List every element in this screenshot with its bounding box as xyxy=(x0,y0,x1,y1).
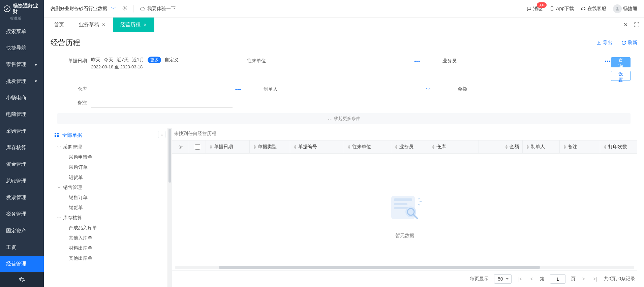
col-header-partner[interactable]: ▲▼往来单位 xyxy=(344,140,391,153)
date-more-pill[interactable]: 更多 xyxy=(148,57,161,63)
fullscreen-button[interactable]: ⛶ xyxy=(634,22,639,28)
warehouse-input[interactable] xyxy=(91,85,233,94)
topbar: 勿删好业财务砂石行业数据 ﹀ 我要体验一下 消息 99+ App下载 在线客服 … xyxy=(44,0,644,18)
tree-group-sales[interactable]: ﹀销售管理 xyxy=(51,183,167,193)
warehouse-picker-button[interactable]: ••• xyxy=(235,87,241,92)
col-header-maker[interactable]: ▲▼制单人 xyxy=(523,140,560,153)
org-settings-button[interactable] xyxy=(122,5,127,12)
sidebar-item-fixedasset[interactable]: 固定资产 xyxy=(0,222,44,239)
sidebar-settings-button[interactable] xyxy=(0,273,44,287)
tree-group-inventory[interactable]: ﹀库存核算 xyxy=(51,213,167,223)
tree-group-purchase[interactable]: ﹀采购管理 xyxy=(51,142,167,152)
column-settings-button[interactable] xyxy=(172,140,189,153)
date-opt-today[interactable]: 今天 xyxy=(104,57,113,63)
svg-rect-11 xyxy=(394,203,407,205)
sidebar-item-tax[interactable]: 税务管理 xyxy=(0,206,44,222)
col-header-print[interactable]: ▲▼打印次数 xyxy=(600,140,637,153)
export-button[interactable]: 导出 xyxy=(596,40,612,46)
partner-picker-button[interactable]: ••• xyxy=(414,59,420,64)
tab-journal[interactable]: 经营历程✕ xyxy=(113,18,154,32)
scrollbar-thumb[interactable] xyxy=(168,129,171,183)
select-all-checkbox[interactable] xyxy=(195,144,200,150)
left-panel-scrollbar[interactable] xyxy=(168,128,172,287)
messages-button[interactable]: 消息 99+ xyxy=(526,6,543,12)
col-header-code[interactable]: ▲▼单据编号 xyxy=(290,140,344,153)
clerk-picker-button[interactable]: ••• xyxy=(605,59,611,64)
headset-icon xyxy=(581,6,586,11)
tree-item[interactable]: 其他出库单 xyxy=(51,253,167,263)
filter-settings-button[interactable]: 设置 xyxy=(611,71,631,81)
clerk-input[interactable] xyxy=(461,57,602,66)
doc-category-header[interactable]: 全部单据 xyxy=(51,128,167,142)
sidebar-item-salary[interactable]: 工资 xyxy=(0,239,44,256)
sidebar-item-ledger[interactable]: 总账管理 xyxy=(0,172,44,189)
col-header-clerk[interactable]: ▲▼业务员 xyxy=(391,140,428,153)
online-service-label: 在线客服 xyxy=(587,6,606,12)
close-all-tabs-button[interactable]: ✕ xyxy=(623,22,628,28)
horizontal-scrollbar[interactable] xyxy=(175,266,634,269)
org-selector[interactable]: 勿删好业财务砂石行业数据 ﹀ xyxy=(51,6,116,12)
next-page-button[interactable]: > xyxy=(581,276,586,282)
tree-item[interactable]: 采购申请单 xyxy=(51,152,167,162)
svg-rect-4 xyxy=(55,133,56,134)
close-icon[interactable]: ✕ xyxy=(143,22,147,27)
sidebar-item-search[interactable]: 搜索菜单 xyxy=(0,23,44,39)
caret-down-icon: ▼ xyxy=(34,63,38,67)
col-header-warehouse[interactable]: ▲▼仓库 xyxy=(428,140,479,153)
try-experience-link[interactable]: 我要体验一下 xyxy=(140,6,176,12)
app-download-button[interactable]: App下载 xyxy=(549,6,574,12)
first-page-button[interactable]: |< xyxy=(517,276,524,282)
online-service-button[interactable]: 在线客服 xyxy=(581,6,606,12)
tab-home[interactable]: 首页 xyxy=(47,18,71,32)
collapse-left-panel-button[interactable]: « xyxy=(158,131,165,138)
try-experience-label: 我要体验一下 xyxy=(147,6,176,12)
svg-point-3 xyxy=(552,10,552,10)
amount-range-sep[interactable]: — xyxy=(471,85,613,94)
collapse-filters-button[interactable]: ︿收起更多条件 xyxy=(57,113,631,124)
date-opt-custom[interactable]: 自定义 xyxy=(164,57,179,63)
col-header-amount[interactable]: ▲▼金额 xyxy=(479,140,523,153)
user-menu[interactable]: 畅捷通 xyxy=(613,4,637,13)
tree-item[interactable]: 销货单 xyxy=(51,203,167,213)
per-page-label: 每页显示 xyxy=(470,276,489,282)
tree-item[interactable]: 进货单 xyxy=(51,172,167,183)
query-button[interactable]: 查询 xyxy=(611,57,631,67)
date-opt-1month[interactable]: 近1月 xyxy=(132,57,144,63)
tab-draft[interactable]: 业务草稿✕ xyxy=(71,18,113,32)
sidebar-item-wholesale[interactable]: 批发管理▼ xyxy=(0,73,44,89)
refresh-button[interactable]: 刷新 xyxy=(621,40,637,46)
last-page-button[interactable]: >| xyxy=(592,276,599,282)
maker-input[interactable] xyxy=(282,85,423,94)
svg-rect-10 xyxy=(394,198,412,201)
col-header-remark[interactable]: ▲▼备注 xyxy=(560,140,600,153)
scrollbar-thumb[interactable] xyxy=(219,266,540,269)
partner-input[interactable] xyxy=(270,57,411,66)
sidebar-item-retail[interactable]: 零售管理▼ xyxy=(0,56,44,73)
sidebar-item-xiaochang[interactable]: 小畅电商 xyxy=(0,90,44,106)
close-icon[interactable]: ✕ xyxy=(102,22,105,27)
page-input[interactable] xyxy=(550,274,565,284)
sidebar-item-operation[interactable]: 经营管理 xyxy=(0,256,44,272)
filter-partner-label: 往来单位 xyxy=(229,57,266,64)
prev-page-button[interactable]: < xyxy=(529,276,534,282)
date-opt-yesterday[interactable]: 昨天 xyxy=(91,57,100,63)
col-header-date[interactable]: ▲▼单据日期 xyxy=(206,140,250,153)
col-header-type[interactable]: ▲▼单据类型 xyxy=(250,140,290,153)
tree-item[interactable]: 其他入库单 xyxy=(51,233,167,243)
tree-item[interactable]: 产成品入库单 xyxy=(51,223,167,233)
per-page-select[interactable]: 50 xyxy=(494,274,512,284)
remark-input[interactable] xyxy=(91,98,233,108)
sidebar-item-invoice[interactable]: 发票管理 xyxy=(0,189,44,206)
sidebar-item-purchase[interactable]: 采购管理 xyxy=(0,123,44,139)
tree-item[interactable]: 材料出库单 xyxy=(51,243,167,253)
maker-dropdown-button[interactable]: ﹀ xyxy=(426,87,431,93)
grid-icon xyxy=(54,132,59,138)
date-opt-7days[interactable]: 近7天 xyxy=(117,57,129,63)
sidebar-item-fund[interactable]: 资金管理 xyxy=(0,156,44,172)
sidebar-item-inventory[interactable]: 库存核算 xyxy=(0,139,44,156)
tree-item[interactable]: 采购订单 xyxy=(51,162,167,172)
sidebar-item-ecommerce[interactable]: 电商管理 xyxy=(0,106,44,123)
tree-item[interactable]: 销售订单 xyxy=(51,193,167,203)
page-title: 经营历程 xyxy=(51,38,80,48)
sidebar-item-quicknav[interactable]: 快捷导航 xyxy=(0,40,44,56)
